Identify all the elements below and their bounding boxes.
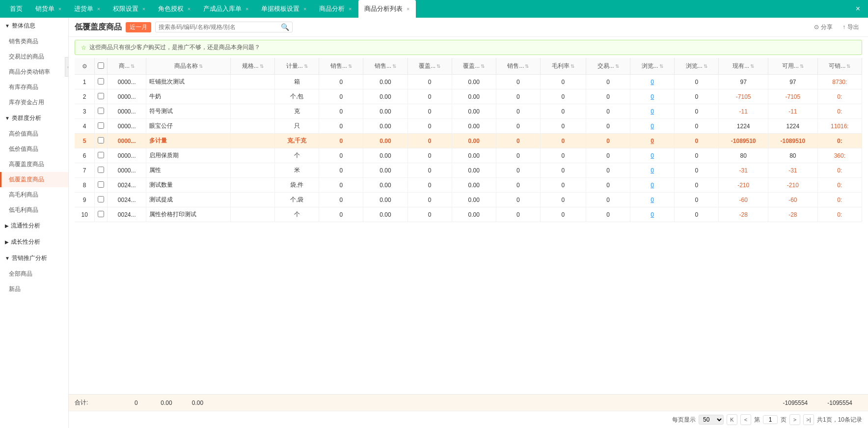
- row-select-checkbox[interactable]: [98, 137, 104, 143]
- row-browse1[interactable]: 0: [630, 119, 675, 134]
- share-button[interactable]: ⊙ 分享: [811, 22, 836, 32]
- close-icon[interactable]: ×: [349, 6, 352, 12]
- sidebar-item-high-coverage[interactable]: 高覆盖度商品: [0, 157, 68, 172]
- row-select-checkbox[interactable]: [98, 93, 104, 99]
- table-row: 5 0000... 多计量 克,千克 0 0.00 0 0.00 0 0 0 0…: [75, 134, 862, 148]
- row-browse1[interactable]: 0: [630, 207, 675, 222]
- row-name[interactable]: 旺铺批次测试: [146, 75, 230, 89]
- nav-role-auth[interactable]: 角色授权 ×: [152, 0, 196, 18]
- row-checkbox[interactable]: [95, 104, 108, 119]
- sidebar-item-all-goods[interactable]: 全部商品: [0, 266, 68, 282]
- row-gross-rate: 0: [540, 104, 586, 119]
- row-name[interactable]: 眼宝公仔: [146, 119, 230, 134]
- search-box[interactable]: 🔍: [155, 22, 293, 32]
- close-icon[interactable]: ×: [58, 6, 61, 12]
- nav-permissions[interactable]: 权限设置 ×: [107, 0, 151, 18]
- nav-home[interactable]: 首页: [4, 0, 28, 18]
- table-settings-icon[interactable]: ⚙: [75, 58, 95, 75]
- row-browse1[interactable]: 0: [630, 104, 675, 119]
- row-browse1[interactable]: 0: [630, 89, 675, 104]
- row-checkbox[interactable]: [95, 89, 108, 104]
- row-name[interactable]: 测试数量: [146, 178, 230, 193]
- row-select-checkbox[interactable]: [98, 108, 104, 114]
- row-select-checkbox[interactable]: [98, 181, 104, 188]
- select-all-checkbox[interactable]: [98, 62, 104, 69]
- table-header-checkbox[interactable]: [95, 58, 108, 75]
- last-page-button[interactable]: >|: [803, 414, 814, 425]
- window-close-button[interactable]: ×: [852, 4, 864, 13]
- page-number-input[interactable]: [763, 415, 778, 424]
- close-icon[interactable]: ×: [188, 6, 190, 12]
- per-page-select[interactable]: 50 10 20 100: [699, 415, 724, 425]
- row-browse1[interactable]: 0: [630, 193, 675, 207]
- next-page-button[interactable]: >: [789, 414, 800, 425]
- row-name[interactable]: 牛奶: [146, 89, 230, 104]
- row-select-checkbox[interactable]: [98, 78, 104, 85]
- row-browse2: 0: [675, 134, 719, 148]
- search-input[interactable]: [159, 24, 281, 30]
- sidebar-section-growth[interactable]: ▶ 成长性分析: [0, 234, 68, 250]
- row-checkbox[interactable]: [95, 163, 108, 178]
- nav-purchase-order[interactable]: 进货单 ×: [68, 0, 106, 18]
- nav-product-warehouse[interactable]: 产成品入库单 ×: [197, 0, 254, 18]
- row-browse1[interactable]: 0: [630, 178, 675, 193]
- sidebar-item-category-rate[interactable]: 商品分类动销率: [0, 64, 68, 80]
- row-name[interactable]: 多计量: [146, 134, 230, 148]
- row-browse1[interactable]: 0: [630, 163, 675, 178]
- sidebar-section-liquidity[interactable]: ▶ 流通性分析: [0, 218, 68, 234]
- sidebar-item-traded-goods[interactable]: 交易过的商品: [0, 49, 68, 64]
- row-checkbox[interactable]: [95, 134, 108, 148]
- sidebar-item-has-stock[interactable]: 有库存商品: [0, 80, 68, 95]
- export-button[interactable]: ↑ 导出: [840, 22, 862, 32]
- nav-sales-order[interactable]: 销货单 ×: [29, 0, 67, 18]
- close-icon[interactable]: ×: [142, 6, 145, 12]
- row-select-checkbox[interactable]: [98, 211, 104, 217]
- row-name[interactable]: 测试提成: [146, 193, 230, 207]
- row-no: 4: [75, 119, 95, 134]
- row-name[interactable]: 属性价格打印测试: [146, 207, 230, 222]
- sidebar-item-low-coverage[interactable]: 低覆盖度商品: [0, 172, 68, 187]
- close-icon[interactable]: ×: [303, 6, 306, 12]
- row-select-checkbox[interactable]: [98, 167, 104, 173]
- chevron-down-icon: ▼: [5, 256, 10, 261]
- row-select-checkbox[interactable]: [98, 152, 104, 158]
- sidebar-item-high-margin[interactable]: 高毛利商品: [0, 187, 68, 202]
- nav-product-analysis-list[interactable]: 商品分析列表 ×: [358, 0, 415, 18]
- sidebar-item-new-goods[interactable]: 新品: [0, 282, 68, 297]
- row-name[interactable]: 启用保质期: [146, 148, 230, 163]
- row-code: 0000...: [108, 148, 146, 163]
- chevron-down-icon: ▼: [5, 23, 10, 29]
- nav-template-settings[interactable]: 单据模板设置 ×: [255, 0, 312, 18]
- row-select-checkbox[interactable]: [98, 122, 104, 129]
- row-browse1[interactable]: 0: [630, 134, 675, 148]
- row-checkbox[interactable]: [95, 193, 108, 207]
- sidebar-section-overall[interactable]: ▼ 整体信息: [0, 18, 68, 34]
- row-checkbox[interactable]: [95, 75, 108, 89]
- first-page-button[interactable]: K: [727, 414, 737, 425]
- sidebar-section-marketing[interactable]: ▼ 营销推广分析: [0, 250, 68, 266]
- close-icon[interactable]: ×: [97, 6, 100, 12]
- sidebar-section-cluster[interactable]: ▼ 类群度分析: [0, 110, 68, 126]
- prev-page-button[interactable]: <: [740, 414, 751, 425]
- row-name[interactable]: 符号测试: [146, 104, 230, 119]
- sidebar-collapse-button[interactable]: «: [65, 57, 69, 77]
- row-checkbox[interactable]: [95, 178, 108, 193]
- sidebar-item-sales-goods[interactable]: 销售类商品: [0, 34, 68, 49]
- sidebar-item-stock-funds[interactable]: 库存资金占用: [0, 95, 68, 110]
- sidebar-item-low-value[interactable]: 低价值商品: [0, 142, 68, 157]
- row-checkbox[interactable]: [95, 207, 108, 222]
- row-sales3: 0: [496, 89, 540, 104]
- nav-product-analysis[interactable]: 商品分析 ×: [313, 0, 357, 18]
- time-filter-button[interactable]: 近一月: [126, 22, 151, 32]
- table-header-usable: 可用...⇅: [768, 58, 818, 75]
- row-name[interactable]: 属性: [146, 163, 230, 178]
- row-select-checkbox[interactable]: [98, 196, 104, 202]
- row-checkbox[interactable]: [95, 119, 108, 134]
- close-icon[interactable]: ×: [245, 6, 248, 12]
- sidebar-item-high-value[interactable]: 高价值商品: [0, 126, 68, 142]
- row-browse1[interactable]: 0: [630, 148, 675, 163]
- close-icon[interactable]: ×: [407, 6, 409, 12]
- row-checkbox[interactable]: [95, 148, 108, 163]
- row-browse1[interactable]: 0: [630, 75, 675, 89]
- sidebar-item-low-margin[interactable]: 低毛利商品: [0, 202, 68, 218]
